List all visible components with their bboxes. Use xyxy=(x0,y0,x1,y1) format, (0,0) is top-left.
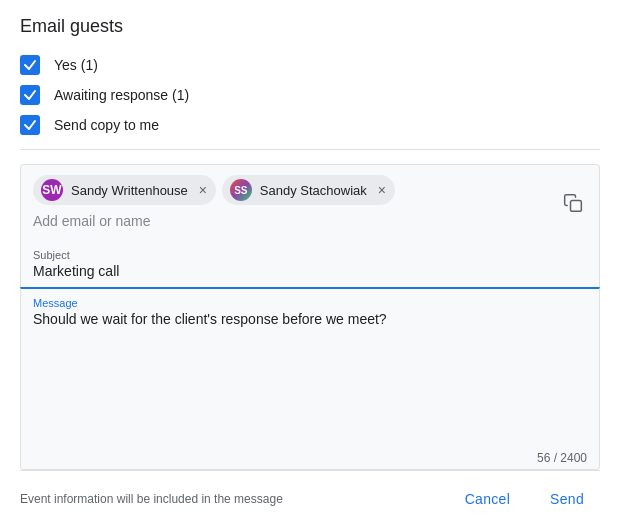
chip-sandy-w: SW Sandy Writtenhouse × xyxy=(33,175,216,205)
add-email-input[interactable] xyxy=(33,211,193,231)
checkbox-copy-label: Send copy to me xyxy=(54,117,159,133)
copy-button[interactable] xyxy=(559,189,587,217)
chip-close-sandy-w[interactable]: × xyxy=(194,181,212,199)
checkbox-yes-label: Yes (1) xyxy=(54,57,98,73)
message-value[interactable]: Should we wait for the client's response… xyxy=(33,311,587,327)
subject-value[interactable]: Marketing call xyxy=(33,263,587,279)
event-info-text: Event information will be included in th… xyxy=(20,492,283,506)
svg-rect-0 xyxy=(571,201,582,212)
email-guests-dialog: Email guests Yes (1) Awaiting response (… xyxy=(0,0,620,520)
checkbox-awaiting-label: Awaiting response (1) xyxy=(54,87,189,103)
checkbox-copy-row: Send copy to me xyxy=(20,115,600,135)
avatar-initials-sandy-w: SW xyxy=(42,183,61,197)
message-label: Message xyxy=(33,297,587,309)
section-divider xyxy=(20,149,600,150)
chip-close-sandy-s[interactable]: × xyxy=(373,181,391,199)
send-button[interactable]: Send xyxy=(534,483,600,515)
avatar-initials-sandy-s: SS xyxy=(234,185,247,196)
subject-field: Subject Marketing call xyxy=(20,241,600,287)
chip-label-sandy-s: Sandy Stachowiak xyxy=(260,183,367,198)
cancel-button[interactable]: Cancel xyxy=(449,483,526,515)
checkbox-yes-row: Yes (1) xyxy=(20,55,600,75)
subject-label: Subject xyxy=(33,249,587,261)
page-title: Email guests xyxy=(20,16,600,37)
chip-sandy-s: SS Sandy Stachowiak × xyxy=(222,175,395,205)
recipients-row: SW Sandy Writtenhouse × SS Sandy Stachow… xyxy=(33,175,553,231)
checkbox-yes[interactable] xyxy=(20,55,40,75)
checkbox-awaiting-row: Awaiting response (1) xyxy=(20,85,600,105)
message-field: Message Should we wait for the client's … xyxy=(20,287,600,447)
char-count: 56 / 2400 xyxy=(20,447,600,470)
checkbox-copy[interactable] xyxy=(20,115,40,135)
avatar-sandy-s: SS xyxy=(230,179,252,201)
recipients-field: SW Sandy Writtenhouse × SS Sandy Stachow… xyxy=(20,164,600,241)
bottom-bar: Event information will be included in th… xyxy=(20,470,600,520)
avatar-sandy-w: SW xyxy=(41,179,63,201)
checkbox-awaiting[interactable] xyxy=(20,85,40,105)
chip-label-sandy-w: Sandy Writtenhouse xyxy=(71,183,188,198)
char-count-value: 56 / 2400 xyxy=(537,451,587,465)
action-buttons: Cancel Send xyxy=(449,483,600,515)
